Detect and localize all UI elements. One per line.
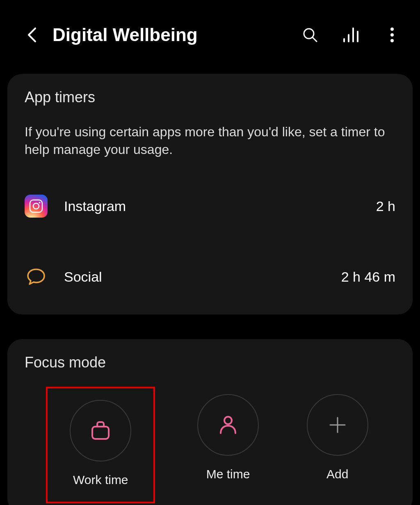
svg-point-6	[390, 28, 394, 31]
app-timers-card: App timers If you're using certain apps …	[7, 74, 413, 314]
svg-point-7	[390, 33, 394, 37]
search-icon	[302, 27, 318, 43]
app-time-value: 2 h	[376, 198, 395, 214]
page-title: Digital Wellbeing	[52, 25, 288, 45]
instagram-icon	[25, 195, 48, 218]
focus-item-me-time[interactable]: Me time	[192, 388, 265, 487]
chevron-left-icon	[26, 27, 38, 43]
app-name-label: Social	[64, 269, 325, 285]
svg-rect-12	[92, 427, 109, 439]
focus-mode-card: Focus mode Work time Me time	[7, 339, 413, 505]
header-actions	[301, 26, 401, 44]
focus-mode-row: Work time Me time Add	[25, 388, 395, 503]
svg-rect-9	[30, 200, 42, 212]
person-icon	[217, 413, 240, 436]
social-icon	[25, 265, 48, 288]
svg-point-8	[390, 39, 394, 42]
bar-chart-icon	[342, 27, 360, 43]
app-timers-description: If you're using certain apps more than y…	[25, 123, 395, 158]
app-timers-title: App timers	[25, 89, 395, 106]
timer-row-social[interactable]: Social 2 h 46 m	[25, 254, 395, 300]
focus-label: Add	[326, 467, 348, 481]
usage-chart-button[interactable]	[342, 26, 360, 44]
back-button[interactable]	[25, 28, 39, 42]
app-header: Digital Wellbeing	[0, 0, 420, 62]
focus-circle	[197, 394, 259, 456]
plus-icon	[326, 413, 349, 436]
timer-row-instagram[interactable]: Instagram 2 h	[25, 183, 395, 229]
briefcase-icon	[89, 419, 112, 442]
focus-item-add[interactable]: Add	[301, 388, 374, 487]
svg-line-1	[313, 37, 317, 41]
search-button[interactable]	[301, 26, 319, 44]
focus-circle	[307, 394, 368, 456]
svg-point-13	[224, 417, 232, 424]
focus-item-work-time[interactable]: Work time	[64, 394, 137, 493]
focus-label: Me time	[206, 467, 250, 481]
highlight-annotation: Work time	[46, 387, 155, 503]
focus-label: Work time	[73, 473, 128, 487]
focus-mode-title: Focus mode	[25, 354, 395, 371]
svg-point-10	[33, 203, 39, 209]
more-vertical-icon	[390, 27, 394, 43]
svg-point-11	[39, 202, 41, 204]
app-time-value: 2 h 46 m	[341, 269, 395, 285]
more-options-button[interactable]	[383, 26, 401, 44]
focus-circle	[70, 400, 131, 461]
app-name-label: Instagram	[64, 198, 360, 214]
